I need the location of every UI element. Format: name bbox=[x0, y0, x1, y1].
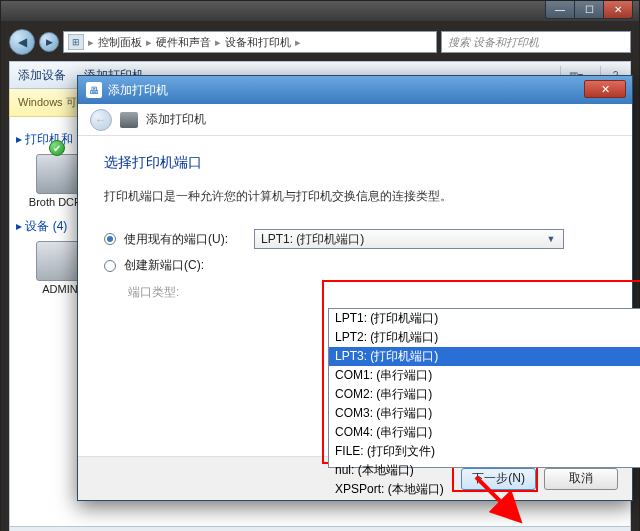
window-titlebar[interactable]: — ☐ ✕ bbox=[1, 1, 639, 21]
port-dropdown-item[interactable]: COM4: (串行端口) bbox=[329, 423, 640, 442]
window-minimize-button[interactable]: — bbox=[545, 1, 575, 19]
chevron-down-icon[interactable]: ▼ bbox=[543, 231, 559, 247]
search-input[interactable]: 搜索 设备和打印机 bbox=[441, 31, 631, 53]
breadcrumb-seg-1[interactable]: 控制面板 bbox=[98, 35, 142, 50]
address-bar[interactable]: ⊞ ▸ 控制面板 ▸ 硬件和声音 ▸ 设备和打印机 ▸ bbox=[63, 31, 437, 53]
add-device-button[interactable]: 添加设备 bbox=[18, 67, 66, 84]
port-dropdown-list[interactable]: LPT1: (打印机端口)LPT2: (打印机端口)LPT3: (打印机端口)C… bbox=[328, 308, 640, 468]
window-maximize-button[interactable]: ☐ bbox=[574, 1, 604, 19]
port-combobox-value: LPT1: (打印机端口) bbox=[261, 231, 364, 248]
computer-device-label: ADMIN bbox=[42, 283, 77, 295]
use-existing-port-option[interactable]: 使用现有的端口(U): LPT1: (打印机端口) ▼ bbox=[104, 229, 606, 249]
port-dropdown-item[interactable]: nul: (本地端口) bbox=[329, 461, 640, 480]
printer-icon: 🖶 bbox=[86, 82, 102, 98]
dialog-close-button[interactable]: ✕ bbox=[584, 80, 626, 98]
use-existing-port-label: 使用现有的端口(U): bbox=[124, 231, 254, 248]
nav-back-button[interactable]: ◀ bbox=[9, 29, 35, 55]
wizard-heading: 选择打印机端口 bbox=[104, 154, 606, 172]
port-dropdown-item[interactable]: FILE: (打印到文件) bbox=[329, 442, 640, 461]
breadcrumb-sep-icon: ▸ bbox=[88, 36, 94, 49]
window-close-button[interactable]: ✕ bbox=[603, 1, 633, 19]
breadcrumb-sep-icon: ▸ bbox=[146, 36, 152, 49]
dialog-subtitle: 添加打印机 bbox=[146, 111, 206, 128]
radio-unselected-icon[interactable] bbox=[104, 260, 116, 272]
port-type-label: 端口类型: bbox=[128, 285, 179, 299]
nav-forward-button[interactable]: ▶ bbox=[39, 32, 59, 52]
add-printer-dialog: 🖶 添加打印机 ✕ ← 添加打印机 选择打印机端口 打印机端口是一种允许您的计算… bbox=[77, 75, 633, 501]
breadcrumb-sep-icon: ▸ bbox=[215, 36, 221, 49]
dialog-titlebar[interactable]: 🖶 添加打印机 ✕ bbox=[78, 76, 632, 104]
dialog-subheader: ← 添加打印机 bbox=[78, 104, 632, 136]
infobar-prefix: Windows 可 bbox=[18, 95, 77, 110]
dialog-title: 添加打印机 bbox=[108, 82, 168, 99]
port-dropdown-item[interactable]: COM1: (串行端口) bbox=[329, 366, 640, 385]
status-ok-icon: ✔ bbox=[49, 140, 65, 156]
control-panel-icon: ⊞ bbox=[68, 34, 84, 50]
port-type-row: 端口类型: bbox=[128, 284, 606, 301]
create-new-port-label: 创建新端口(C): bbox=[124, 257, 254, 274]
search-placeholder: 搜索 设备和打印机 bbox=[448, 35, 539, 50]
port-dropdown-item[interactable]: LPT1: (打印机端口) bbox=[329, 309, 640, 328]
radio-selected-icon[interactable] bbox=[104, 233, 116, 245]
wizard-description: 打印机端口是一种允许您的计算机与打印机交换信息的连接类型。 bbox=[104, 188, 606, 205]
port-dropdown-item[interactable]: COM2: (串行端口) bbox=[329, 385, 640, 404]
window-controls: — ☐ ✕ bbox=[546, 1, 633, 19]
nav-row: ◀ ▶ ⊞ ▸ 控制面板 ▸ 硬件和声音 ▸ 设备和打印机 ▸ 搜索 设备和打印… bbox=[9, 27, 631, 57]
port-dropdown-item[interactable]: COM3: (串行端口) bbox=[329, 404, 640, 423]
port-dropdown-item[interactable]: XPSPort: (本地端口) bbox=[329, 480, 640, 499]
port-combobox[interactable]: LPT1: (打印机端口) ▼ bbox=[254, 229, 564, 249]
printer-icon bbox=[120, 112, 138, 128]
breadcrumb-seg-3[interactable]: 设备和打印机 bbox=[225, 35, 291, 50]
port-dropdown-item[interactable]: LPT2: (打印机端口) bbox=[329, 328, 640, 347]
details-pane bbox=[9, 527, 631, 531]
breadcrumb-sep-icon: ▸ bbox=[295, 36, 301, 49]
wizard-back-button[interactable]: ← bbox=[90, 109, 112, 131]
port-dropdown-item[interactable]: LPT3: (打印机端口) bbox=[329, 347, 640, 366]
breadcrumb-seg-2[interactable]: 硬件和声音 bbox=[156, 35, 211, 50]
create-new-port-option[interactable]: 创建新端口(C): bbox=[104, 257, 606, 274]
